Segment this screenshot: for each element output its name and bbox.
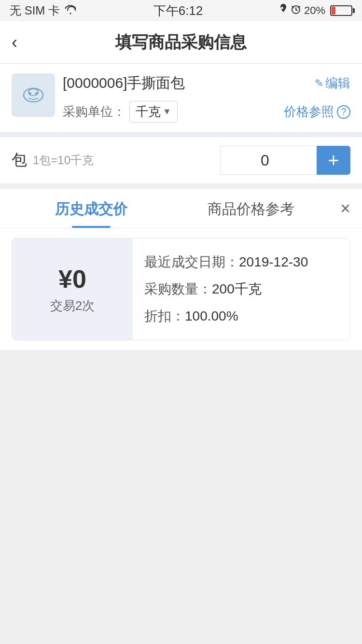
card-quantity-value: 200千克 [212,281,262,296]
discount-row: 折扣：100.00% [144,307,338,325]
product-row: [0000006]手撕面包 ✎ 编辑 采购单位： 千克 ▼ 价格参照 ? [12,73,350,123]
quantity-unit: 包 [12,150,27,171]
recent-date-row: 最近成交日期：2019-12-30 [144,253,338,271]
quantity-unit-hint: 1包=10千克 [33,153,94,168]
discount-value: 100.00% [185,308,238,323]
unit-select[interactable]: 千克 ▼ [129,101,178,123]
recent-date-value: 2019-12-30 [239,254,308,269]
status-bar: 无 SIM 卡 下午6:12 20% [0,0,362,21]
product-name: [0000006]手撕面包 [63,73,185,93]
price-amount: ¥0 [58,265,86,294]
price-card-area: ¥0 交易2次 最近成交日期：2019-12-30 采购数量：200千克 折扣：… [0,228,362,350]
price-ref-label: 价格参照 [284,103,334,120]
tab-price-ref-label: 商品价格参考 [208,201,294,217]
tab-price-ref[interactable]: 商品价格参考 [171,189,330,228]
battery-icon [330,5,352,16]
card-left: ¥0 交易2次 [12,238,133,340]
unit-selector-group: 采购单位： 千克 ▼ [63,101,178,123]
tab-active-indicator [72,226,111,228]
price-ref-button[interactable]: 价格参照 ? [284,103,350,120]
quantity-section: 包 1包=10千克 + [0,137,362,183]
unit-row: 采购单位： 千克 ▼ 价格参照 ? [63,101,350,123]
card-right: 最近成交日期：2019-12-30 采购数量：200千克 折扣：100.00% [133,238,350,340]
discount-label: 折扣： [144,308,185,323]
unit-label: 采购单位： [63,103,125,120]
card-quantity-label: 采购数量： [144,281,212,296]
edit-button[interactable]: ✎ 编辑 [315,75,350,92]
tabs-section: 历史成交价 商品价格参考 × ¥0 交易2次 最近成交日期：2019-12-30… [0,188,362,350]
page-title: 填写商品采购信息 [115,31,247,54]
page-background [0,350,362,620]
price-ref-help-icon: ? [337,105,350,119]
status-left: 无 SIM 卡 [10,3,77,18]
back-button[interactable]: ‹ [12,32,17,53]
price-currency: ¥ [58,265,72,293]
product-name-row: [0000006]手撕面包 ✎ 编辑 [63,73,350,93]
tabs-header: 历史成交价 商品价格参考 × [0,189,362,228]
battery-percent: 20% [304,4,325,17]
tabs-close-button[interactable]: × [331,194,350,224]
svg-point-3 [28,92,31,95]
section-divider [0,132,362,137]
product-thumbnail [12,73,55,117]
tab-history-label: 历史成交价 [55,201,127,217]
price-card: ¥0 交易2次 最近成交日期：2019-12-30 采购数量：200千克 折扣：… [12,238,350,340]
unit-value: 千克 [136,103,161,120]
alarm-icon [291,4,301,17]
quantity-row: 采购数量：200千克 [144,280,338,298]
quantity-input[interactable] [220,146,317,175]
recent-date-label: 最近成交日期： [144,254,239,269]
product-section: [0000006]手撕面包 ✎ 编辑 采购单位： 千克 ▼ 价格参照 ? [0,64,362,132]
wifi-icon [64,4,77,17]
status-time: 下午6:12 [153,2,203,19]
status-right: 20% [279,4,352,17]
svg-point-4 [35,92,38,95]
carrier-text: 无 SIM 卡 [10,3,60,18]
nav-bar: ‹ 填写商品采购信息 [0,21,362,64]
edit-icon: ✎ [315,77,323,90]
price-trades: 交易2次 [50,297,95,314]
quantity-plus-button[interactable]: + [317,146,350,175]
tab-history-price[interactable]: 历史成交价 [12,189,171,228]
price-value: 0 [72,265,86,293]
product-info: [0000006]手撕面包 ✎ 编辑 采购单位： 千克 ▼ 价格参照 ? [63,73,350,123]
quantity-left: 包 1包=10千克 [12,150,94,171]
edit-label: 编辑 [325,75,350,92]
location-icon [279,4,288,17]
quantity-right: + [220,146,350,175]
unit-arrow-icon: ▼ [163,107,171,117]
